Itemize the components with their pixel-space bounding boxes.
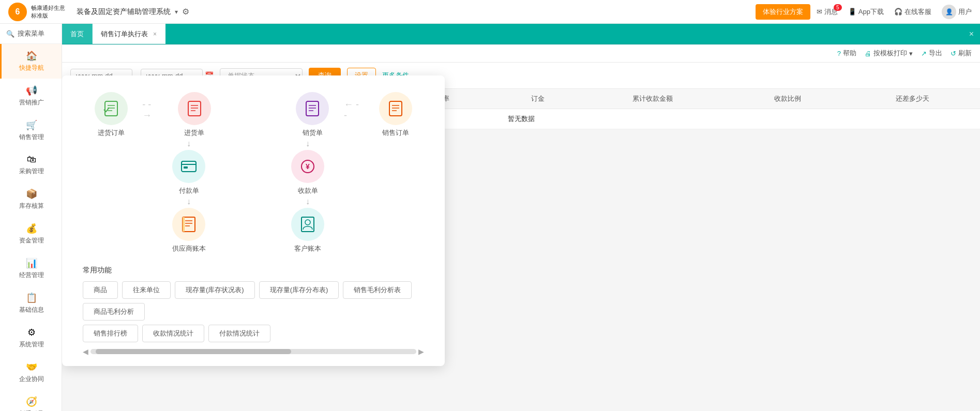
sidebar-item-marketing[interactable]: 📢 营销推广 (0, 79, 62, 113)
sidebar-item-collab[interactable]: 🤝 企业协同 (0, 355, 62, 390)
func-btn-goods-gross[interactable]: 商品毛利分析 (83, 303, 145, 321)
refresh-icon: ↺ (951, 50, 956, 57)
flow-arrow-row: ↓ ↓ (83, 138, 414, 150)
flow-node-sales-order[interactable]: 销售订单 (368, 92, 424, 138)
help-icon: ? (837, 50, 841, 57)
logo-area: 6 畅康通好生意 标准版 (8, 3, 70, 21)
arrow-sales-order-to-bill: ← - - (341, 99, 368, 121)
purchase-bill-circle (178, 92, 211, 125)
help-action[interactable]: ? 帮助 (837, 49, 856, 58)
online-service-action[interactable]: 🎧 在线客服 (894, 7, 931, 17)
col-total-received: 累计收款金额 (576, 89, 730, 109)
func-btn-stock-dist[interactable]: 现存量(库存分布表) (259, 281, 339, 299)
scroll-track[interactable] (91, 349, 416, 354)
col-received-ratio: 收款比例 (730, 89, 846, 109)
sidebar-item-finance[interactable]: 💰 资金管理 (0, 217, 62, 251)
sidebar-item-purchase[interactable]: 🛍 采购管理 (0, 148, 62, 182)
scroll-bar-area: ◀ ▶ (83, 347, 424, 356)
func-btn-payment-stats[interactable]: 付款情况统计 (208, 325, 270, 342)
search-icon: 🔍 (6, 30, 14, 38)
print-dropdown-icon: ▾ (909, 50, 913, 57)
flow-node-receipt[interactable]: ¥ 收款单 (279, 150, 336, 195)
flow-node-purchase-order[interactable]: 进货订单 (83, 92, 139, 138)
header-right: ✉ 消息 5 📱 App下载 🎧 在线客服 👤 用户 (817, 5, 972, 19)
svg-point-27 (305, 220, 310, 225)
logo-text: 畅康通好生意 标准版 (31, 4, 65, 19)
export-icon: ↗ (921, 50, 927, 57)
col-deposit: 订金 (500, 89, 575, 109)
template-print-action[interactable]: 🖨 按模板打印 ▾ (865, 49, 913, 58)
svg-rect-25 (183, 217, 185, 232)
app-download-action[interactable]: 📱 App下载 (848, 7, 884, 17)
avatar: 👤 (942, 5, 956, 19)
scroll-left-btn[interactable]: ◀ (83, 347, 88, 356)
sidebar-item-basics[interactable]: 📋 基础信息 (0, 286, 62, 321)
sales-bill-circle (296, 92, 329, 125)
svg-rect-8 (306, 101, 319, 116)
svg-rect-4 (188, 101, 201, 116)
finance-icon: 💰 (26, 223, 37, 234)
col-days-diff: 还差多少天 (845, 89, 980, 109)
func-btn-sales-rank[interactable]: 销售排行榜 (83, 325, 138, 342)
guide-icon: 🧭 (26, 396, 37, 407)
settings-gear-btn[interactable]: ⚙ (182, 7, 189, 17)
sidebar-item-quick-nav[interactable]: 🏠 快捷导航 (0, 44, 62, 79)
message-action[interactable]: ✉ 消息 5 (817, 7, 838, 17)
app-download-icon: 📱 (848, 8, 856, 16)
refresh-action[interactable]: ↺ 刷新 (951, 49, 972, 58)
print-icon: 🖨 (865, 50, 871, 57)
system-title: 装备及固定资产辅助管理系统 ▾ ⚙ (77, 7, 749, 17)
page-content: ? 帮助 🖨 按模板打印 ▾ ↗ 导出 ↺ 刷新 (62, 44, 980, 411)
arrow-down-receipt: ↓ (279, 197, 336, 206)
top-header: 6 畅康通好生意 标准版 装备及固定资产辅助管理系统 ▾ ⚙ 体验行业方案 ✉ … (0, 0, 980, 24)
message-badge: 5 (834, 4, 842, 11)
flow-node-supplier-ledger[interactable]: 供应商账本 (160, 208, 217, 253)
svg-rect-16 (182, 161, 196, 172)
inventory-icon: 📦 (26, 188, 37, 200)
logo-icon: 6 (8, 3, 27, 21)
flow-arrow-row-2: ↓ ↓ (83, 195, 336, 208)
tab-close-btn[interactable]: × (153, 31, 157, 38)
svg-rect-18 (184, 166, 188, 169)
common-functions-title: 常用功能 (83, 266, 424, 275)
sidebar: 🔍 搜索菜单 🏠 快捷导航 📢 营销推广 🛒 销售管理 🛍 采购管理 📦 (0, 24, 62, 411)
sidebar-item-system[interactable]: ⚙ 系统管理 (0, 321, 62, 355)
sales-icon: 🛒 (26, 119, 37, 131)
sidebar-item-guide[interactable]: 🧭 新手引导 (0, 390, 62, 411)
system-name: 装备及固定资产辅助管理系统 (77, 7, 171, 17)
sidebar-item-sales[interactable]: 🛒 销售管理 (0, 113, 62, 148)
sidebar-item-inventory[interactable]: 📦 库存核算 (0, 182, 62, 217)
func-btn-partner[interactable]: 往来单位 (122, 281, 171, 299)
system-dropdown-btn[interactable]: ▾ (175, 8, 178, 16)
sidebar-item-operations[interactable]: 📊 经营管理 (0, 251, 62, 286)
message-icon: ✉ (817, 8, 822, 16)
func-btn-stock-status[interactable]: 现存量(库存状况表) (175, 281, 255, 299)
collab-icon: 🤝 (26, 361, 37, 373)
receipt-label: 收款单 (298, 186, 318, 195)
quick-nav-icon: 🏠 (26, 50, 37, 62)
tab-sales-order[interactable]: 销售订单执行表 × (93, 24, 165, 44)
marketing-icon: 📢 (26, 85, 37, 96)
scroll-right-btn[interactable]: ▶ (418, 347, 424, 356)
tab-home[interactable]: 首页 (62, 24, 93, 44)
export-action[interactable]: ↗ 导出 (921, 49, 942, 58)
flow-row-3: 供应商账本 客户账本 (83, 208, 336, 253)
user-action[interactable]: 👤 用户 (942, 5, 972, 19)
flow-node-payment[interactable]: 付款单 (160, 150, 217, 195)
flow-node-customer-ledger[interactable]: 客户账本 (279, 208, 336, 253)
tab-bar-close-btn[interactable]: × (967, 27, 976, 41)
payment-label: 付款单 (179, 186, 199, 195)
arrow-down-sales: ↓ (279, 139, 336, 148)
tab-bar: 首页 销售订单执行表 × × (62, 24, 980, 44)
func-btn-sales-gross[interactable]: 销售毛利分析表 (343, 281, 412, 299)
func-btn-goods[interactable]: 商品 (83, 281, 118, 299)
flow-node-purchase-bill[interactable]: 进货单 (166, 92, 222, 138)
search-menu[interactable]: 🔍 搜索菜单 (0, 24, 62, 44)
flow-node-sales-bill[interactable]: 销货单 (284, 92, 341, 138)
supplier-ledger-label: 供应商账本 (172, 244, 206, 253)
svg-rect-12 (389, 101, 402, 116)
trial-btn[interactable]: 体验行业方案 (756, 4, 810, 20)
func-btn-receipt-stats[interactable]: 收款情况统计 (142, 325, 204, 342)
purchase-order-label: 进货订单 (98, 128, 125, 138)
func-buttons-row-2: 销售排行榜 收款情况统计 付款情况统计 (83, 325, 424, 342)
